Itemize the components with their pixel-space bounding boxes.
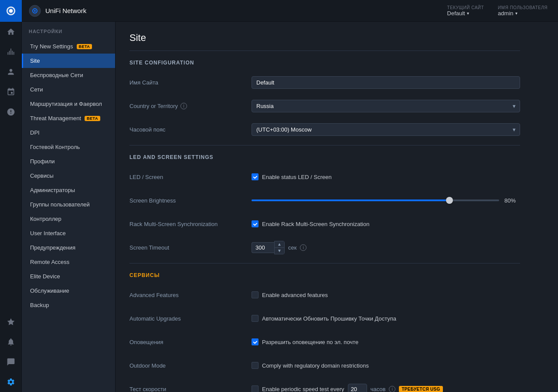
- star-icon: [7, 318, 15, 326]
- screen-timeout-input[interactable]: [252, 242, 274, 253]
- notifications-checkbox-label: Разрешить оповещение по эл. почте: [262, 339, 358, 345]
- nav-events-item[interactable]: [0, 102, 22, 122]
- slider-thumb[interactable]: [446, 197, 453, 204]
- brightness-row: Screen Brightness 80%: [129, 193, 520, 208]
- services-section: СЕРВИСЫ Advanced Features Enable advance…: [129, 272, 520, 392]
- sidebar-item-services[interactable]: Сервисы: [22, 169, 115, 183]
- sidebar-item-remote[interactable]: Remote Access: [22, 255, 115, 269]
- info-icon[interactable]: i: [300, 244, 306, 251]
- main-content: Site SITE CONFIGURATION Имя Сайта Countr…: [116, 0, 558, 392]
- sidebar-item-backup[interactable]: Backup: [22, 298, 115, 312]
- rack-sync-checkbox-row: Enable Rack Multi-Screen Synchronization: [252, 220, 520, 227]
- nav-star-item[interactable]: [0, 312, 22, 332]
- sidebar-item-label: Беспроводные Сети: [30, 72, 83, 78]
- sidebar-item-label: Try New Settings: [30, 43, 73, 50]
- country-label: Country or Territory i: [129, 103, 252, 109]
- speed-test-checkbox[interactable]: [252, 385, 259, 392]
- timezone-label: Часовой пояс: [129, 126, 252, 133]
- screen-timeout-unit: сек: [288, 244, 296, 251]
- info-icon[interactable]: i: [180, 103, 187, 109]
- sidebar-item-profiles[interactable]: Профили: [22, 154, 115, 169]
- topbar-brand-name: UniFi Network: [45, 7, 86, 14]
- brightness-value: 80%: [504, 197, 520, 204]
- speed-test-checkbox-label: Enable periodic speed test every: [262, 386, 344, 392]
- site-config-section: SITE CONFIGURATION Имя Сайта Country or …: [129, 60, 520, 137]
- screen-timeout-label: Screen Timeout: [129, 244, 252, 251]
- sidebar-item-label: Backup: [30, 302, 49, 308]
- username-value[interactable]: admin ▾: [498, 10, 548, 17]
- sidebar-item-wireless[interactable]: Беспроводные Сети: [22, 68, 115, 82]
- sidebar-item-label: Site: [30, 57, 40, 64]
- advanced-features-checkbox-label: Enable advanced features: [262, 292, 328, 298]
- country-select[interactable]: Russia: [252, 100, 520, 112]
- sidebar-item-label: Администраторы: [30, 187, 75, 193]
- sidebar-item-label: Remote Access: [30, 259, 69, 265]
- sidebar-item-elite[interactable]: Elite Device: [22, 269, 115, 284]
- info-icon[interactable]: i: [389, 386, 395, 392]
- led-checkbox-row: Enable status LED / Screen: [252, 173, 520, 180]
- sidebar-item-label: Threat Management: [30, 115, 81, 122]
- sidebar-title: НАСТРОЙКИ: [22, 22, 115, 39]
- nav-bell-item[interactable]: [0, 332, 22, 352]
- devices-icon: [7, 68, 15, 76]
- speed-test-interval-input[interactable]: [348, 384, 367, 392]
- site-config-title: SITE CONFIGURATION: [129, 60, 520, 66]
- sidebar-item-maintenance[interactable]: Обслуживание: [22, 284, 115, 298]
- nav-clients-item[interactable]: [0, 82, 22, 102]
- screen-timeout-row: Screen Timeout ▲ ▼ сек i: [129, 240, 520, 255]
- sidebar-item-admins[interactable]: Администраторы: [22, 183, 115, 197]
- sidebar-item-threat[interactable]: Threat Management BETA: [22, 111, 115, 125]
- nav-home-item[interactable]: [0, 22, 22, 42]
- site-name-input[interactable]: [252, 76, 520, 89]
- sidebar-item-label: Маршрутизация и Фаервол: [30, 101, 102, 107]
- spinner-up-button[interactable]: ▲: [275, 241, 284, 247]
- rack-sync-checkbox[interactable]: [252, 220, 259, 227]
- speed-test-label: Тест скорости: [129, 386, 252, 392]
- ubiquiti-logo-icon: [5, 5, 17, 17]
- led-screen-checkbox[interactable]: [252, 173, 259, 180]
- notifications-checkbox[interactable]: [252, 338, 259, 345]
- sidebar-item-guest[interactable]: Гостевой Контроль: [22, 140, 115, 154]
- site-name-label: Имя Сайта: [129, 79, 252, 86]
- sidebar-item-label: Предупреждения: [30, 244, 75, 251]
- spinner-down-button[interactable]: ▼: [275, 247, 284, 254]
- sidebar: НАСТРОЙКИ Try New Settings BETA Site Бес…: [22, 0, 116, 392]
- rack-sync-label: Rack Multi-Screen Synchronization: [129, 221, 252, 227]
- sidebar-item-controller[interactable]: Контроллер: [22, 212, 115, 226]
- timezone-select[interactable]: (UTC+03:00) Moscow: [252, 123, 520, 136]
- outdoor-label: Outdoor Mode: [129, 362, 252, 369]
- sidebar-item-site[interactable]: Site: [22, 54, 115, 68]
- nav-settings-item[interactable]: [0, 372, 22, 392]
- bell-icon: [7, 338, 15, 346]
- sidebar-item-dpi[interactable]: DPI: [22, 125, 115, 140]
- checkmark-icon: [253, 340, 258, 345]
- topbar-right: ТЕКУЩИЙ САЙТ Default ▾ ИМЯ ПОЛЬЗОВАТЕЛЯ …: [447, 5, 558, 17]
- sidebar-item-alerts[interactable]: Предупреждения: [22, 240, 115, 255]
- brightness-label: Screen Brightness: [129, 197, 252, 204]
- advanced-features-checkbox[interactable]: [252, 291, 259, 298]
- outdoor-checkbox[interactable]: [252, 362, 259, 369]
- settings-icon: [7, 378, 15, 386]
- advanced-features-label: Advanced Features: [129, 292, 252, 298]
- events-icon: [7, 108, 15, 116]
- sidebar-item-ui[interactable]: User Interface: [22, 226, 115, 240]
- divider: [129, 145, 520, 145]
- sidebar-item-networks[interactable]: Сети: [22, 82, 115, 97]
- sidebar-item-groups[interactable]: Группы пользователей: [22, 197, 115, 212]
- outdoor-checkbox-label: Comply with regulatory domain restrictio…: [262, 362, 369, 369]
- auto-upgrades-label: Automatic Upgrades: [129, 315, 252, 322]
- sidebar-item-label: Профили: [30, 158, 55, 165]
- current-site-meta: ТЕКУЩИЙ САЙТ Default ▾: [447, 5, 484, 17]
- beta-badge: BETA: [85, 116, 100, 121]
- brightness-slider[interactable]: [252, 199, 499, 201]
- sidebar-item-routing[interactable]: Маршрутизация и Фаервол: [22, 97, 115, 111]
- stats-icon: [7, 47, 15, 56]
- topbar-brand: UniFi Network: [22, 5, 93, 17]
- nav-devices-item[interactable]: [0, 62, 22, 82]
- current-site-value[interactable]: Default ▾: [447, 10, 484, 17]
- nav-stats-item[interactable]: [0, 42, 22, 62]
- led-screen-label: LED / Screen: [129, 174, 252, 180]
- sidebar-item-try-new[interactable]: Try New Settings BETA: [22, 39, 115, 54]
- auto-upgrades-checkbox[interactable]: [252, 315, 259, 322]
- nav-chat-item[interactable]: [0, 352, 22, 372]
